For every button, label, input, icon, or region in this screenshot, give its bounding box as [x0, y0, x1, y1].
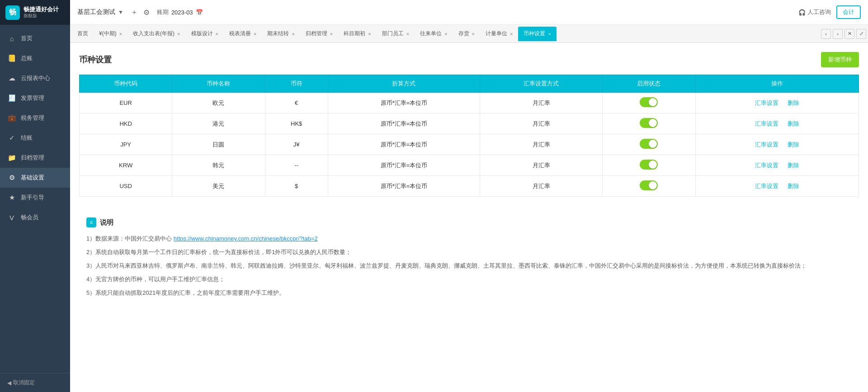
period-info: 账期 2023-03 📅 — [157, 8, 203, 16]
cell-calc-1: 原币*汇率=本位币 — [328, 113, 480, 134]
notice-title-area: ≡ 说明 — [86, 217, 852, 227]
cell-status-1 — [603, 113, 695, 134]
tab-close-subjects[interactable]: × — [368, 31, 371, 37]
delete-link-4[interactable]: 删除 — [788, 183, 799, 189]
settings-icon[interactable]: ⚙ — [143, 8, 150, 17]
toggle-0[interactable] — [640, 97, 658, 107]
cell-actions-2: 汇率设置 删除 — [695, 134, 859, 155]
toggle-3[interactable] — [640, 160, 658, 170]
tab-unit[interactable]: 计量单位× — [480, 27, 518, 41]
tab-close-template[interactable]: × — [216, 31, 218, 37]
service-button[interactable]: 🎧 人工咨询 — [798, 8, 831, 16]
tab-label-counterparty: 往来单位 — [420, 30, 442, 38]
sidebar-item-home[interactable]: ⌂ 首页 — [0, 28, 70, 48]
pin-icon: ◀ — [7, 380, 11, 386]
tab-close-currency[interactable]: × — [548, 31, 551, 37]
notice-section: ≡ 说明 1）数据来源：中国外汇交易中心 https://www.chinamo… — [79, 210, 859, 308]
rate-setting-link-3[interactable]: 汇率设置 — [755, 162, 778, 169]
company-selector[interactable]: 基层工会测试 ▼ — [77, 8, 123, 16]
cell-calc-3: 原币*汇率=本位币 — [328, 155, 480, 176]
sidebar-item-reports[interactable]: ☁ 云报表中心 — [0, 68, 70, 88]
cell-rate-3: 月汇率 — [480, 155, 603, 176]
toggle-2[interactable] — [640, 139, 658, 149]
rate-setting-link-1[interactable]: 汇率设置 — [755, 120, 778, 127]
tab-close-period[interactable]: × — [292, 31, 294, 37]
tab-close-income[interactable]: × — [177, 31, 180, 37]
sidebar-item-invoice[interactable]: 🧾 发票管理 — [0, 88, 70, 108]
cell-name-3: 韩元 — [172, 155, 265, 176]
rate-setting-link-0[interactable]: 汇率设置 — [755, 99, 778, 106]
nav-label-archive: 归档管理 — [21, 154, 44, 162]
toggle-track-4 — [640, 180, 658, 190]
tab-label-taxclear: 税表清册 — [229, 30, 251, 38]
toggle-1[interactable] — [640, 118, 658, 128]
sidebar-item-archive[interactable]: 📁 归档管理 — [0, 148, 70, 168]
delete-link-3[interactable]: 删除 — [788, 162, 799, 169]
nav-label-member: 畅会员 — [21, 213, 38, 222]
cell-actions-4: 汇率设置 删除 — [695, 176, 859, 197]
nav-icon-closing: ✓ — [7, 133, 16, 142]
add-icon[interactable]: ＋ — [131, 8, 138, 17]
tab-close-unit[interactable]: × — [510, 31, 513, 37]
tab-dept[interactable]: 部门员工× — [377, 27, 415, 41]
cell-symbol-1: HK$ — [265, 113, 328, 134]
table-row: HKD 港元 HK$ 原币*汇率=本位币 月汇率 汇率设置 删除 — [80, 113, 859, 134]
toggle-4[interactable] — [640, 180, 658, 190]
notice-link[interactable]: https://www.chinamoney.com.cn/chinese/bk… — [174, 235, 318, 242]
rate-setting-link-4[interactable]: 汇率设置 — [755, 183, 778, 189]
cell-code-1: HKD — [80, 113, 172, 134]
tab-period[interactable]: 期末结转× — [262, 27, 300, 41]
toggle-thumb-2 — [649, 140, 657, 148]
rate-setting-link-2[interactable]: 汇率设置 — [755, 141, 778, 148]
delete-link-0[interactable]: 删除 — [788, 99, 799, 106]
cell-actions-3: 汇率设置 删除 — [695, 155, 859, 176]
tab-close-all-button[interactable]: ✕ — [844, 29, 854, 39]
calendar-icon[interactable]: 📅 — [196, 9, 203, 16]
notice-item-3: 4）无官方牌价的币种，可以用户手工维护汇率信息； — [86, 274, 852, 285]
tab-label-dept: 部门员工 — [382, 30, 404, 38]
tab-archivemgr[interactable]: 归档管理× — [300, 27, 338, 41]
sidebar-item-guide[interactable]: ★ 新手引导 — [0, 188, 70, 208]
tab-currency[interactable]: 币种设置× — [518, 27, 556, 41]
logo-icon: 畅 — [5, 5, 20, 20]
tab-inventory[interactable]: 存货× — [453, 27, 480, 41]
nav-icon-reports: ☁ — [7, 74, 16, 83]
tab-close-taxclear[interactable]: × — [254, 31, 256, 37]
tab-close-dept[interactable]: × — [406, 31, 409, 37]
sidebar-pin-toggle[interactable]: ◀ 取消固定 — [0, 373, 70, 392]
col-actions: 操作 — [695, 75, 859, 93]
tab-close-inventory[interactable]: × — [472, 31, 475, 37]
tab-income[interactable]: 收入支出表(年报)× — [127, 27, 185, 41]
sidebar-item-member[interactable]: V 畅会员 — [0, 208, 70, 227]
add-currency-button[interactable]: 新增币种 — [821, 52, 859, 67]
table-row: JPY 日圆 J¥ 原币*汇率=本位币 月汇率 汇率设置 删除 — [80, 134, 859, 155]
tab-template[interactable]: 模版设计× — [186, 27, 224, 41]
tab-close-counterparty[interactable]: × — [444, 31, 447, 37]
tab-balance[interactable]: ¥(中期)× — [94, 27, 127, 41]
account-button[interactable]: 会计 — [836, 5, 861, 19]
sidebar-item-tax[interactable]: 💼 税务管理 — [0, 108, 70, 128]
tab-subjects[interactable]: 科目期初× — [338, 27, 376, 41]
tab-close-archivemgr[interactable]: × — [330, 31, 333, 37]
tab-label-subjects: 科目期初 — [344, 30, 365, 38]
headset-icon: 🎧 — [798, 9, 806, 16]
cell-rate-2: 月汇率 — [480, 134, 603, 155]
tab-home[interactable]: 首页 — [72, 27, 94, 41]
sidebar-item-ledger[interactable]: 📒 总账 — [0, 48, 70, 68]
sidebar-item-settings[interactable]: ⚙ 基础设置 — [0, 168, 70, 188]
sidebar-item-closing[interactable]: ✓ 结账 — [0, 128, 70, 148]
tab-label-period: 期末结转 — [267, 30, 289, 38]
nav-label-reports: 云报表中心 — [21, 74, 50, 82]
tab-next-button[interactable]: › — [833, 29, 843, 39]
tab-counterparty[interactable]: 往来单位× — [415, 27, 453, 41]
cell-name-4: 美元 — [172, 176, 265, 197]
cell-rate-4: 月汇率 — [480, 176, 603, 197]
tab-expand-button[interactable]: ⤢ — [856, 29, 866, 39]
tab-taxclear[interactable]: 税表清册× — [224, 27, 262, 41]
delete-link-2[interactable]: 删除 — [788, 141, 799, 148]
delete-link-1[interactable]: 删除 — [788, 120, 799, 127]
toggle-track-1 — [640, 118, 658, 128]
tab-close-balance[interactable]: × — [119, 31, 122, 37]
tab-prev-button[interactable]: ‹ — [821, 29, 831, 39]
page-title: 币种设置 — [79, 54, 112, 65]
